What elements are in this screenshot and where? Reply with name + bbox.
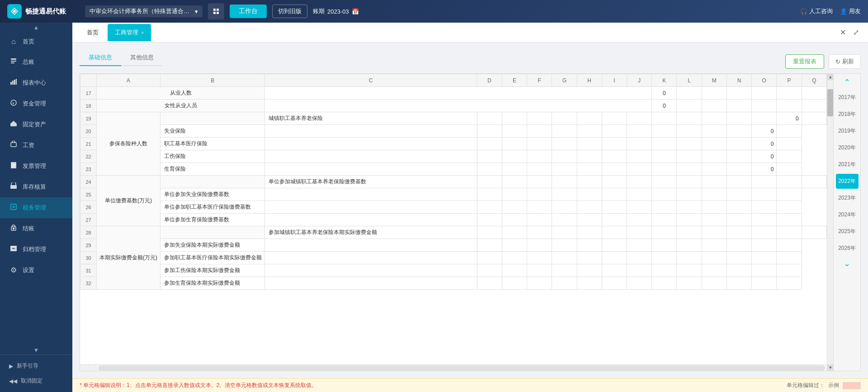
cell-empty[interactable] (677, 163, 702, 176)
cell-p[interactable] (752, 188, 777, 201)
cell-empty[interactable] (652, 264, 677, 277)
cell-empty[interactable] (477, 163, 502, 176)
table-row[interactable]: 27单位参加生育保险缴费基数 (80, 214, 827, 226)
cell-q[interactable] (802, 87, 826, 100)
cell-empty[interactable] (602, 239, 627, 252)
tab-business[interactable]: 工商管理 × (108, 24, 151, 41)
cell-p[interactable]: 0 (777, 112, 802, 125)
cell-empty[interactable] (726, 100, 751, 112)
col-header-m[interactable]: M (702, 74, 726, 87)
cell-empty[interactable] (527, 150, 552, 163)
cell-c[interactable]: 职工基本医疗保险 (160, 138, 265, 150)
cell-k[interactable] (627, 188, 651, 201)
cell-k[interactable] (627, 264, 651, 277)
cell-k[interactable]: 0 (652, 87, 677, 100)
cell-empty[interactable] (265, 239, 477, 252)
col-header-i[interactable]: I (602, 74, 627, 87)
unpin-button[interactable]: ◀◀ 取消固定 (0, 373, 72, 388)
col-header-n[interactable]: N (726, 74, 751, 87)
tab-close-icon[interactable]: × (141, 30, 144, 35)
cell-empty[interactable] (602, 264, 627, 277)
cell-empty[interactable] (726, 239, 751, 252)
tab-expand-icon[interactable]: ⤢ (851, 26, 861, 38)
cell-p[interactable] (752, 201, 777, 214)
cell-empty[interactable] (552, 163, 577, 176)
cell-empty[interactable] (477, 150, 502, 163)
cell-a[interactable]: 女性从业人员 (97, 100, 265, 112)
cell-empty[interactable] (726, 150, 751, 163)
scroll-down-btn[interactable]: ▼ (827, 364, 834, 371)
cell-p[interactable] (752, 277, 777, 290)
cell-empty[interactable] (577, 188, 602, 201)
cell-empty[interactable] (726, 87, 751, 100)
cell-p[interactable]: 0 (752, 163, 777, 176)
cell-a[interactable]: 从业人数 (97, 87, 265, 100)
right-scrollbar[interactable]: ▲ ▼ (827, 74, 833, 371)
cell-empty[interactable] (602, 214, 627, 226)
cell-empty[interactable] (752, 112, 777, 125)
cell-empty[interactable] (527, 239, 552, 252)
cell-empty[interactable] (726, 252, 751, 264)
scroll-up-btn[interactable]: ▲ (827, 74, 834, 80)
cell-empty[interactable] (577, 163, 602, 176)
cell-empty[interactable] (602, 163, 627, 176)
cell-q[interactable] (777, 201, 802, 214)
cell-c[interactable] (265, 100, 652, 112)
sidebar-item-archive[interactable]: 归档管理 (0, 239, 72, 260)
cell-empty[interactable] (502, 150, 527, 163)
cell-empty[interactable] (577, 176, 602, 188)
table-row[interactable]: 19参保各险种人数城镇职工基本养老保险0 (80, 112, 827, 125)
cell-k[interactable] (627, 150, 651, 163)
table-row[interactable]: 26单位参加职工基本医疗保险缴费基数 (80, 201, 827, 214)
col-header-d[interactable]: D (477, 74, 502, 87)
cell-q[interactable] (802, 100, 826, 112)
cell-empty[interactable] (577, 125, 602, 138)
cell-p[interactable] (777, 176, 802, 188)
cell-empty[interactable] (677, 226, 702, 239)
cell-c[interactable]: 单位参加职工基本医疗保险缴费基数 (160, 201, 265, 214)
col-header-e[interactable]: E (502, 74, 527, 87)
cell-p[interactable] (752, 252, 777, 264)
cell-empty[interactable] (602, 138, 627, 150)
cell-empty[interactable] (552, 252, 577, 264)
cell-empty[interactable] (652, 125, 677, 138)
cell-q[interactable] (777, 138, 802, 150)
cell-empty[interactable] (702, 163, 726, 176)
cell-b[interactable] (160, 226, 265, 239)
cell-empty[interactable] (477, 112, 502, 125)
cell-empty[interactable] (502, 277, 527, 290)
cell-p[interactable] (752, 214, 777, 226)
cell-c[interactable]: 参加生育保险本期实际缴费金额 (160, 277, 265, 290)
col-header-f[interactable]: F (527, 74, 552, 87)
cell-empty[interactable] (577, 264, 602, 277)
cell-empty[interactable] (477, 125, 502, 138)
cell-empty[interactable] (726, 226, 751, 239)
cell-c[interactable]: 参加城镇职工基本养老保险本期实际缴费金额 (265, 226, 477, 239)
cell-empty[interactable] (602, 188, 627, 201)
company-icon-btn[interactable] (208, 3, 224, 19)
cell-empty[interactable] (677, 125, 702, 138)
cell-empty[interactable] (726, 188, 751, 201)
cell-empty[interactable] (577, 226, 602, 239)
cell-empty[interactable] (627, 226, 651, 239)
user-button[interactable]: 👤 用友 (840, 7, 861, 15)
year-item-2025[interactable]: 2025年 (836, 224, 859, 239)
cell-empty[interactable] (577, 214, 602, 226)
cell-empty[interactable] (265, 188, 477, 201)
calendar-icon[interactable]: 📅 (352, 8, 359, 15)
cell-empty[interactable] (677, 252, 702, 264)
cell-empty[interactable] (702, 226, 726, 239)
cell-k[interactable] (627, 252, 651, 264)
cell-empty[interactable] (652, 138, 677, 150)
cell-empty[interactable] (552, 277, 577, 290)
cell-empty[interactable] (527, 112, 552, 125)
col-header-c[interactable]: C (265, 74, 477, 87)
cell-empty[interactable] (752, 87, 777, 100)
cell-empty[interactable] (527, 176, 552, 188)
cell-empty[interactable] (602, 112, 627, 125)
cell-empty[interactable] (652, 239, 677, 252)
cell-empty[interactable] (677, 100, 702, 112)
cell-c[interactable]: 工伤保险 (160, 150, 265, 163)
table-row[interactable]: 21职工基本医疗保险0 (80, 138, 827, 150)
cell-empty[interactable] (602, 277, 627, 290)
